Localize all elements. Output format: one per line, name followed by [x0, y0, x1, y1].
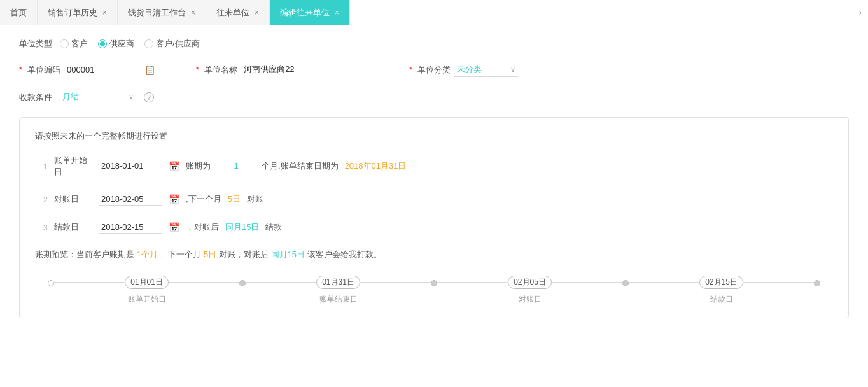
calendar-icon[interactable]: 📋 — [144, 65, 155, 75]
unit-name-label: 单位名称 — [204, 64, 237, 76]
row3-desc1: ，对账后 — [186, 222, 219, 233]
tab-partner-unit-close[interactable]: × — [255, 8, 259, 17]
radio-both[interactable]: 客户/供应商 — [144, 38, 200, 50]
tab-sales-history[interactable]: 销售订单历史 × — [38, 0, 118, 25]
tab-sales-history-close[interactable]: × — [102, 8, 107, 17]
tl-segment-2: 01月31日 — [246, 276, 431, 290]
month-input[interactable] — [217, 160, 255, 172]
row2-desc1: ,下一个月 — [186, 194, 221, 205]
radio-supplier-label: 供应商 — [109, 38, 134, 50]
row2-num: 2 — [35, 195, 48, 204]
tab-nav-arrow[interactable]: › — [853, 0, 868, 25]
tl-point-mid3 — [622, 280, 629, 286]
tl-seg4-top: 02月15日 — [629, 276, 814, 289]
tl-label-3: 对账日 — [519, 294, 542, 305]
tl-line-2a — [246, 282, 316, 283]
unit-name-star: * — [196, 65, 199, 74]
payment-dropdown[interactable]: 月结 ∨ — [60, 90, 136, 104]
timeline-labels: 账单开始日 账单结束日 对账日 结款日 — [48, 294, 820, 305]
tl-seg3-top: 02月05日 — [437, 276, 622, 289]
tl-label-2-wrapper: 账单结束日 — [246, 294, 431, 305]
row3-label: 结款日 — [54, 222, 92, 233]
tl-tag-3: 02月05日 — [508, 276, 552, 289]
settle-date-input[interactable] — [99, 221, 162, 234]
unit-category-dropdown[interactable]: 未分类 ∨ — [454, 62, 518, 77]
reconcile-calendar-icon[interactable]: 📅 — [169, 194, 179, 204]
tl-line-1a — [54, 282, 125, 283]
row3-num: 3 — [35, 223, 48, 232]
row2-highlight: 5日 — [228, 194, 241, 205]
tl-seg2-top: 01月31日 — [246, 276, 431, 289]
unit-info-row: * 单位编码 📋 * 单位名称 * 单位分类 未分类 ∨ — [19, 62, 849, 77]
start-date-calendar-icon[interactable]: 📅 — [169, 161, 179, 171]
tl-point-end — [814, 280, 820, 286]
chevron-down-icon: ∨ — [510, 66, 515, 74]
tl-dot-end — [814, 280, 820, 286]
tab-partner-unit[interactable]: 往来单位 × — [206, 0, 270, 25]
settle-date-row: 3 结款日 📅 ，对账后 同月15日 结款 — [35, 221, 833, 234]
row3-desc2: 结款 — [265, 222, 282, 233]
tl-segment-3: 02月05日 — [437, 276, 622, 290]
row2-desc2: 对账 — [247, 194, 263, 205]
preview-highlight2: 5日 — [204, 250, 216, 259]
unit-code-field: * 单位编码 📋 — [19, 64, 155, 76]
unit-name-field: * 单位名称 — [196, 64, 368, 76]
section-title: 请按照未来的一个完整帐期进行设置 — [35, 130, 833, 142]
tab-sales-history-label: 销售订单历史 — [48, 7, 97, 18]
tab-partner-unit-label: 往来单位 — [216, 7, 249, 18]
tl-line-1b — [169, 282, 239, 283]
tl-label-4: 结款日 — [710, 294, 733, 305]
radio-customer[interactable]: 客户 — [60, 38, 88, 50]
tab-cash-work[interactable]: 钱货日清工作台 × — [118, 0, 206, 25]
help-icon[interactable]: ? — [144, 92, 154, 102]
unit-category-field: * 单位分类 未分类 ∨ — [409, 62, 518, 77]
payment-chevron-icon: ∨ — [129, 93, 134, 101]
tl-dot-0 — [48, 280, 54, 286]
unit-name-input[interactable] — [241, 64, 368, 76]
unit-type-label: 单位类型 — [19, 38, 52, 50]
payment-row: 收款条件 月结 ∨ ? — [19, 90, 849, 104]
preview-highlight1: 1个月， — [137, 250, 166, 259]
preview-mid2: 对账，对账后 — [219, 250, 269, 259]
unit-category-value: 未分类 — [457, 64, 482, 75]
tl-line-3a — [437, 282, 508, 283]
settings-section: 请按照未来的一个完整帐期进行设置 1 账单开始日 📅 账期为 个月,账单结束日期… — [19, 117, 849, 318]
tab-cash-work-close[interactable]: × — [191, 8, 195, 17]
unit-type-radio-group: 客户 供应商 客户/供应商 — [60, 38, 200, 50]
end-date-highlight: 2018年01月31日 — [345, 160, 407, 172]
tl-seg1-top: 01月01日 — [54, 276, 239, 289]
tab-cash-work-label: 钱货日清工作台 — [128, 7, 186, 18]
radio-both-label: 客户/供应商 — [156, 38, 200, 50]
radio-customer-label: 客户 — [71, 38, 88, 50]
start-date-input[interactable] — [99, 160, 162, 172]
radio-supplier-circle — [98, 39, 107, 48]
tl-point-mid1 — [239, 280, 246, 286]
timeline: 01月01日 01月31日 — [35, 276, 833, 305]
preview-text: 账期预览：当前客户账期是 1个月， 下一个月 5日 对账，对账后 同月15日 该… — [35, 249, 833, 260]
reconcile-date-input[interactable] — [99, 193, 162, 206]
unit-code-input[interactable] — [64, 64, 141, 76]
preview-mid1: 下一个月 — [168, 250, 201, 259]
row1-desc-after: 个月,账单结束日期为 — [262, 160, 339, 172]
preview-highlight3: 同月15日 — [271, 250, 305, 259]
settle-calendar-icon[interactable]: 📅 — [169, 222, 179, 232]
tl-label-1-wrapper: 账单开始日 — [54, 294, 239, 305]
tl-point-0 — [48, 280, 54, 286]
unit-category-label: 单位分类 — [417, 64, 451, 76]
tab-home[interactable]: 首页 — [0, 0, 38, 25]
tab-edit-partner-close[interactable]: × — [335, 8, 339, 17]
unit-code-label: 单位编码 — [27, 64, 60, 76]
row3-highlight: 同月15日 — [225, 222, 259, 233]
tab-edit-partner[interactable]: 编辑往来单位 × — [270, 0, 350, 25]
row1-num: 1 — [35, 162, 48, 171]
unit-type-row: 单位类型 客户 供应商 客户/供应商 — [19, 38, 849, 50]
tl-label-3-wrapper: 对账日 — [437, 294, 622, 305]
row2-label: 对账日 — [54, 194, 92, 205]
radio-supplier-inner — [100, 41, 105, 46]
tl-label-4-wrapper: 结款日 — [629, 294, 814, 305]
timeline-track: 01月01日 01月31日 — [48, 276, 820, 290]
preview-suffix: 该客户会给我打款。 — [307, 250, 382, 259]
tl-label-1: 账单开始日 — [128, 294, 166, 305]
radio-supplier[interactable]: 供应商 — [98, 38, 134, 50]
tl-tag-1: 01月01日 — [125, 276, 169, 289]
